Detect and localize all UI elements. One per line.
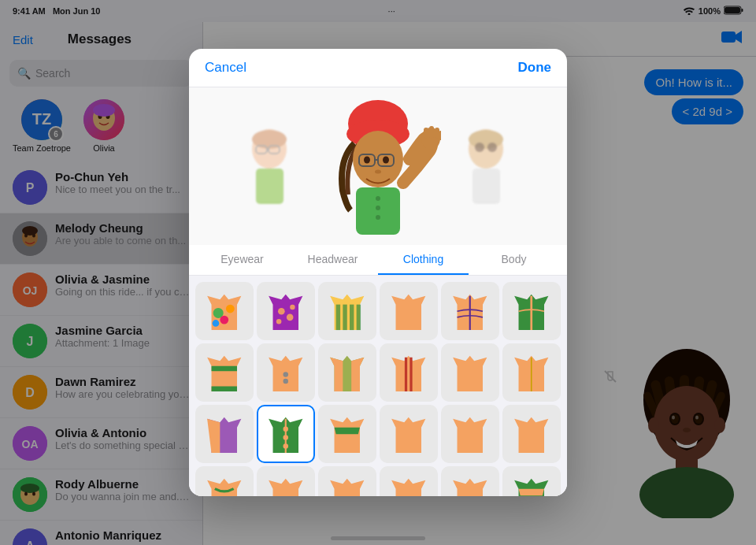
clothing-item-20[interactable] bbox=[318, 466, 376, 496]
clothing-item-21[interactable] bbox=[380, 466, 438, 496]
clothing-item-8[interactable] bbox=[318, 343, 376, 402]
svg-point-89 bbox=[276, 319, 281, 324]
clothing-item-17[interactable] bbox=[502, 405, 561, 463]
svg-point-66 bbox=[364, 156, 370, 163]
home-indicator bbox=[331, 536, 425, 540]
clothing-item-3[interactable] bbox=[380, 282, 438, 340]
clothing-item-4[interactable] bbox=[441, 282, 499, 340]
clothing-item-1[interactable] bbox=[257, 282, 315, 340]
memoji-center bbox=[315, 88, 441, 245]
svg-point-96 bbox=[284, 379, 288, 384]
clothing-item-13[interactable] bbox=[257, 405, 315, 463]
clothing-item-11[interactable] bbox=[502, 343, 561, 402]
clothing-item-7[interactable] bbox=[257, 343, 315, 402]
svg-point-85 bbox=[220, 316, 229, 324]
clothing-item-22[interactable] bbox=[441, 466, 499, 496]
svg-point-79 bbox=[469, 130, 503, 149]
svg-point-95 bbox=[284, 372, 288, 376]
svg-rect-73 bbox=[439, 131, 441, 140]
clothing-item-12[interactable] bbox=[195, 405, 254, 463]
category-tabs: Eyewear Headwear Clothing Body bbox=[189, 245, 567, 276]
clothing-item-23[interactable] bbox=[502, 466, 561, 496]
svg-point-90 bbox=[290, 305, 295, 310]
svg-point-77 bbox=[376, 215, 380, 220]
tab-body[interactable]: Body bbox=[469, 245, 559, 275]
clothing-item-0[interactable] bbox=[195, 282, 254, 340]
svg-point-80 bbox=[475, 143, 484, 152]
clothing-grid bbox=[189, 276, 567, 496]
memoji-right bbox=[457, 117, 516, 215]
svg-rect-82 bbox=[472, 169, 500, 204]
svg-point-99 bbox=[284, 443, 288, 448]
ipad-screen: 9:41 AM Mon Jun 10 ··· 100% bbox=[0, 0, 756, 545]
tab-eyewear[interactable]: Eyewear bbox=[197, 245, 287, 275]
svg-point-86 bbox=[213, 320, 220, 327]
clothing-item-19[interactable] bbox=[257, 466, 315, 496]
tab-headwear[interactable]: Headwear bbox=[287, 245, 378, 275]
svg-point-68 bbox=[375, 169, 381, 173]
svg-rect-71 bbox=[429, 126, 434, 139]
svg-rect-70 bbox=[424, 128, 428, 139]
svg-rect-91 bbox=[336, 305, 340, 330]
svg-point-81 bbox=[487, 143, 497, 152]
svg-point-75 bbox=[376, 196, 380, 201]
svg-point-97 bbox=[284, 427, 288, 432]
svg-point-84 bbox=[226, 305, 235, 313]
clothing-item-15[interactable] bbox=[380, 405, 438, 463]
svg-rect-59 bbox=[256, 169, 284, 204]
svg-rect-94 bbox=[357, 305, 361, 330]
tab-clothing[interactable]: Clothing bbox=[378, 245, 469, 275]
clothing-item-10[interactable] bbox=[441, 343, 499, 402]
modal-header: Cancel Done bbox=[189, 49, 567, 87]
cancel-button[interactable]: Cancel bbox=[205, 60, 246, 76]
clothing-item-16[interactable] bbox=[441, 405, 499, 463]
svg-point-67 bbox=[383, 156, 389, 163]
modal-overlay: Cancel Done bbox=[0, 0, 756, 545]
svg-rect-74 bbox=[356, 187, 400, 235]
memoji-left bbox=[240, 117, 299, 215]
modal-done[interactable]: Done bbox=[518, 60, 552, 76]
clothing-item-9[interactable] bbox=[380, 343, 438, 402]
clothing-item-14[interactable] bbox=[318, 405, 376, 463]
memoji-editor-modal: Cancel Done bbox=[189, 49, 567, 496]
clothing-item-18[interactable] bbox=[195, 466, 254, 496]
clothing-item-6[interactable] bbox=[195, 343, 254, 402]
svg-point-98 bbox=[284, 436, 288, 440]
memoji-preview-area bbox=[189, 87, 567, 245]
clothing-item-2[interactable] bbox=[318, 282, 376, 340]
clothing-item-5[interactable] bbox=[502, 282, 561, 340]
svg-rect-92 bbox=[343, 305, 347, 330]
svg-point-76 bbox=[376, 206, 380, 210]
svg-point-88 bbox=[287, 314, 294, 321]
svg-rect-93 bbox=[350, 305, 354, 330]
svg-point-87 bbox=[278, 308, 285, 315]
